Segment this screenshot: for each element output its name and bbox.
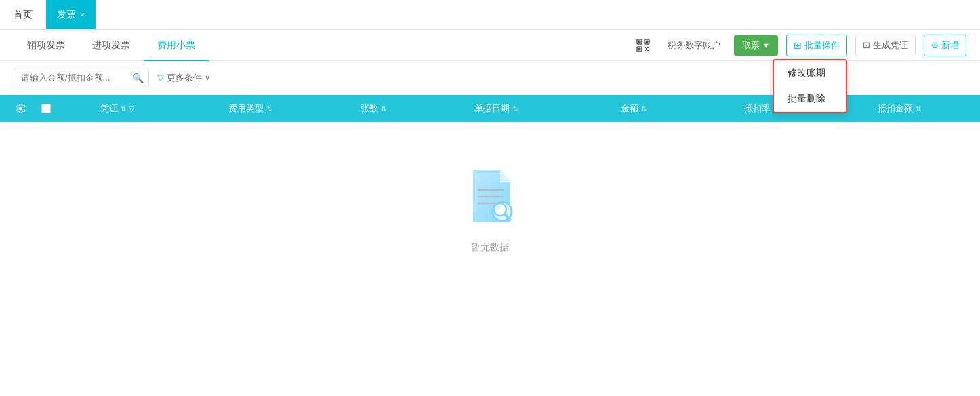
svg-rect-10 bbox=[646, 48, 647, 50]
nav-tab-close[interactable]: × bbox=[80, 10, 85, 20]
th-amount-label: 金额 bbox=[621, 102, 638, 115]
empty-state-text: 暂无数据 bbox=[471, 241, 509, 254]
empty-state: 暂无数据 bbox=[0, 122, 980, 281]
gen-voucher-icon: ⊡ bbox=[863, 40, 870, 50]
th-checkbox[interactable] bbox=[34, 104, 58, 113]
svg-rect-3 bbox=[646, 40, 649, 43]
search-wrap: 🔍 bbox=[14, 68, 149, 87]
select-all-checkbox[interactable] bbox=[41, 104, 51, 113]
batch-op-icon: ⊞ bbox=[794, 40, 802, 51]
th-expense-label: 费用类型 bbox=[228, 102, 264, 115]
svg-rect-7 bbox=[647, 47, 649, 48]
th-count[interactable]: 张数 ⇅ bbox=[324, 102, 422, 115]
deduct-amount-sort-icon: ⇅ bbox=[916, 105, 921, 113]
qr-code-icon[interactable] bbox=[632, 35, 654, 56]
nav-home[interactable]: 首页 bbox=[0, 0, 46, 29]
batch-op-label: 批量操作 bbox=[804, 39, 840, 52]
batch-op-btn[interactable]: ⊞ 批量操作 bbox=[786, 35, 847, 56]
add-label: 新增 bbox=[941, 39, 959, 52]
take-ticket-label: 取票 bbox=[742, 39, 760, 52]
th-date[interactable]: 单据日期 ⇅ bbox=[422, 102, 570, 115]
add-icon: ⊕ bbox=[931, 40, 939, 50]
th-deduct-rate-label: 抵扣率 bbox=[744, 102, 771, 115]
th-voucher-label: 凭证 bbox=[100, 102, 118, 115]
filter-icon: ▽ bbox=[157, 73, 164, 83]
take-ticket-btn[interactable]: 取票 ▼ bbox=[734, 35, 778, 56]
svg-point-17 bbox=[496, 205, 500, 210]
tab-xiaoxiang[interactable]: 销项发票 bbox=[14, 31, 79, 61]
th-amount[interactable]: 金额 ⇅ bbox=[570, 102, 698, 115]
th-date-label: 单据日期 bbox=[474, 102, 510, 115]
more-filter-label: 更多条件 bbox=[167, 72, 202, 84]
th-deduct-amount[interactable]: 抵扣金额 ⇅ bbox=[825, 102, 973, 115]
amount-sort-icon: ⇅ bbox=[641, 105, 647, 113]
voucher-filter-icon: ▽ bbox=[129, 104, 134, 113]
sub-tabs-left: 销项发票 进项发票 费用小票 bbox=[14, 30, 209, 60]
more-filter-btn[interactable]: ▽ 更多条件 ∨ bbox=[157, 72, 210, 84]
tab-jinxiang[interactable]: 进项发票 bbox=[79, 31, 144, 61]
tax-account-btn[interactable]: 税务数字账户 bbox=[662, 37, 726, 54]
th-settings[interactable] bbox=[7, 103, 34, 114]
batch-op-dropdown: 修改账期 批量删除 bbox=[773, 59, 847, 113]
empty-state-icon bbox=[456, 163, 524, 231]
dropdown-item-batch-delete[interactable]: 批量删除 bbox=[774, 86, 846, 112]
th-count-label: 张数 bbox=[361, 102, 378, 115]
dropdown-item-modify-period[interactable]: 修改账期 bbox=[774, 60, 846, 86]
tab-feiyong[interactable]: 费用小票 bbox=[144, 31, 209, 61]
th-deduct-amount-label: 抵扣金额 bbox=[878, 102, 913, 115]
add-btn[interactable]: ⊕ 新增 bbox=[924, 35, 966, 56]
search-input[interactable] bbox=[14, 68, 149, 87]
batch-op-wrapper: ⊞ 批量操作 修改账期 批量删除 bbox=[786, 35, 847, 56]
gen-voucher-label: 生成凭证 bbox=[873, 39, 908, 52]
th-expense-type[interactable]: 费用类型 ⇅ bbox=[176, 102, 324, 115]
th-voucher[interactable]: 凭证 ⇅ ▽ bbox=[58, 102, 176, 115]
svg-rect-1 bbox=[638, 40, 641, 43]
svg-rect-5 bbox=[638, 47, 641, 50]
expense-sort-icon: ⇅ bbox=[266, 105, 272, 113]
date-sort-icon: ⇅ bbox=[512, 105, 518, 113]
nav-tab-invoice[interactable]: 发票 × bbox=[46, 0, 96, 29]
filter-chevron: ∨ bbox=[205, 73, 210, 82]
svg-rect-6 bbox=[645, 47, 646, 48]
gen-voucher-btn[interactable]: ⊡ 生成凭证 bbox=[855, 35, 916, 56]
count-sort-icon: ⇅ bbox=[381, 105, 386, 113]
voucher-sort-icon: ⇅ bbox=[121, 105, 126, 113]
svg-rect-8 bbox=[645, 50, 646, 51]
take-ticket-chevron: ▼ bbox=[762, 41, 770, 50]
svg-rect-9 bbox=[647, 50, 649, 51]
top-nav: 首页 发票 × bbox=[0, 0, 980, 30]
nav-tab-label: 发票 bbox=[57, 9, 76, 21]
toolbar: 税务数字账户 取票 ▼ ⊞ 批量操作 修改账期 批量删除 ⊡ bbox=[632, 35, 966, 56]
sub-tabs-bar: 销项发票 进项发票 费用小票 bbox=[0, 30, 980, 61]
main-content: 销项发票 进项发票 费用小票 bbox=[0, 30, 980, 396]
search-icon[interactable]: 🔍 bbox=[132, 73, 144, 83]
